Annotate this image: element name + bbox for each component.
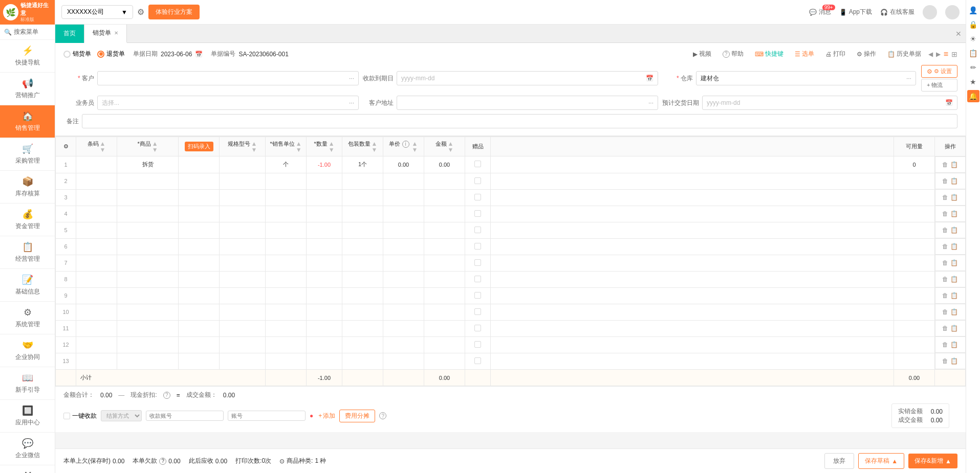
row-amount[interactable] <box>424 353 465 370</box>
copy-row-icon[interactable]: 📋 <box>950 357 958 365</box>
discount-info-icon[interactable]: ? <box>163 392 170 399</box>
row-price[interactable] <box>383 206 424 222</box>
row-product[interactable] <box>117 222 179 238</box>
row-pkg-qty[interactable] <box>342 353 383 370</box>
row-qty[interactable]: -1.00 <box>307 156 342 173</box>
copy-row-icon[interactable]: 📋 <box>950 177 958 185</box>
row-barcode[interactable] <box>76 271 117 287</box>
copy-row-icon[interactable]: 📋 <box>950 259 958 266</box>
row-pkg-qty[interactable] <box>342 222 383 238</box>
company-selector[interactable]: XXXXXX公司 ▼ <box>61 5 133 19</box>
copy-row-icon[interactable]: 📋 <box>950 325 958 332</box>
row-barcode[interactable] <box>76 189 117 206</box>
row-spec[interactable] <box>220 287 266 304</box>
row-spec[interactable] <box>220 189 266 206</box>
sidebar-item-app-center[interactable]: 🔲 应用中心 <box>0 400 55 433</box>
due-date-input[interactable]: yyyy-mm-dd 📅 <box>397 71 658 85</box>
copy-row-icon[interactable]: 📋 <box>950 276 958 283</box>
row-qty[interactable] <box>307 353 342 370</box>
row-amount[interactable] <box>424 238 465 255</box>
row-unit[interactable] <box>266 173 307 189</box>
row-spec[interactable] <box>220 222 266 238</box>
expense-help-icon[interactable]: ? <box>379 412 386 419</box>
row-qty[interactable] <box>307 287 342 304</box>
sidebar-item-quick-nav[interactable]: ⚡ 快捷导航 <box>0 40 55 73</box>
row-amount[interactable] <box>424 173 465 189</box>
sidebar-item-management[interactable]: 📋 经营管理 <box>0 236 55 269</box>
row-qty[interactable] <box>307 206 342 222</box>
row-spec[interactable] <box>220 206 266 222</box>
history-btn[interactable]: 📋 历史单据 <box>883 48 925 60</box>
save-new-dropdown-icon[interactable]: ▲ <box>945 458 951 465</box>
row-qty[interactable] <box>307 173 342 189</box>
row-price[interactable] <box>383 255 424 271</box>
delete-row-icon[interactable]: 🗑 <box>942 243 948 250</box>
row-spec[interactable] <box>220 353 266 370</box>
row-product[interactable] <box>117 271 179 287</box>
row-unit[interactable] <box>266 287 307 304</box>
row-pkg-qty[interactable] <box>342 320 383 336</box>
row-gift[interactable] <box>465 206 491 222</box>
delete-row-icon[interactable]: 🗑 <box>942 227 948 234</box>
shortcut-btn[interactable]: ⌨ 快捷键 <box>751 48 788 60</box>
sidebar-item-member[interactable]: V 畅会员 <box>0 465 55 473</box>
row-product[interactable] <box>117 238 179 255</box>
delete-row-icon[interactable]: 🗑 <box>942 161 948 168</box>
row-price[interactable] <box>383 336 424 353</box>
row-amount[interactable] <box>424 222 465 238</box>
sidebar-item-inventory[interactable]: 📦 库存核算 <box>0 171 55 204</box>
scan-barcode-button[interactable]: 扫码录入 <box>185 142 213 151</box>
row-product[interactable] <box>117 336 179 353</box>
row-gift[interactable] <box>465 189 491 206</box>
video-btn[interactable]: ▶ 视频 <box>689 48 715 60</box>
sidebar-item-purchase[interactable]: 🛒 采购管理 <box>0 138 55 171</box>
salesperson-input[interactable]: 选择... ··· <box>97 96 359 110</box>
row-gift[interactable] <box>465 287 491 304</box>
save-draft-dropdown-icon[interactable]: ▲ <box>891 458 898 465</box>
copy-row-icon[interactable]: 📋 <box>950 292 958 299</box>
row-product[interactable] <box>117 320 179 336</box>
row-spec[interactable] <box>220 255 266 271</box>
row-spec[interactable] <box>220 320 266 336</box>
row-pkg-qty[interactable] <box>342 238 383 255</box>
sidebar-item-system[interactable]: ⚙ 系统管理 <box>0 302 55 334</box>
row-amount[interactable] <box>424 336 465 353</box>
row-pkg-qty[interactable] <box>342 206 383 222</box>
delete-row-icon[interactable]: 🗑 <box>942 259 948 266</box>
row-spec[interactable] <box>220 271 266 287</box>
row-barcode[interactable] <box>76 222 117 238</box>
radio-return-order[interactable]: 退货单 <box>97 50 125 58</box>
row-product[interactable] <box>117 255 179 271</box>
delete-row-icon[interactable]: 🗑 <box>942 357 948 365</box>
sidebar-item-wechat[interactable]: 💬 企业微信 <box>0 433 55 465</box>
row-pkg-qty[interactable] <box>342 304 383 320</box>
row-amount[interactable] <box>424 206 465 222</box>
row-qty[interactable] <box>307 189 342 206</box>
message-btn[interactable]: 💬 消息 99+ <box>809 8 831 16</box>
notes-input[interactable] <box>82 114 957 128</box>
customer-input[interactable]: ··· <box>97 71 359 85</box>
row-barcode[interactable] <box>76 238 117 255</box>
row-unit[interactable] <box>266 304 307 320</box>
row-amount[interactable] <box>424 271 465 287</box>
row-qty[interactable] <box>307 271 342 287</box>
right-panel-sun-btn[interactable]: ☀ <box>967 33 979 45</box>
tab-close-icon[interactable]: ✕ <box>114 30 118 36</box>
row-amount[interactable] <box>424 255 465 271</box>
online-support-btn[interactable]: 🎧 在线客服 <box>880 8 914 16</box>
row-barcode[interactable] <box>76 353 117 370</box>
setup-button[interactable]: ⚙ ⚙ 设置 <box>921 65 957 78</box>
delete-row-icon[interactable]: 🗑 <box>942 210 948 217</box>
delete-row-icon[interactable]: 🗑 <box>942 308 948 316</box>
row-amount[interactable] <box>424 320 465 336</box>
close-all-tabs-icon[interactable]: ✕ <box>951 30 966 38</box>
row-spec[interactable] <box>220 173 266 189</box>
row-barcode[interactable] <box>76 304 117 320</box>
row-unit[interactable] <box>266 271 307 287</box>
copy-row-icon[interactable]: 📋 <box>950 227 958 234</box>
print-btn[interactable]: 🖨 打印 <box>821 48 850 60</box>
row-price[interactable] <box>383 304 424 320</box>
row-pkg-qty[interactable]: 1个 <box>342 156 383 173</box>
row-amount[interactable] <box>424 189 465 206</box>
row-product[interactable] <box>117 173 179 189</box>
